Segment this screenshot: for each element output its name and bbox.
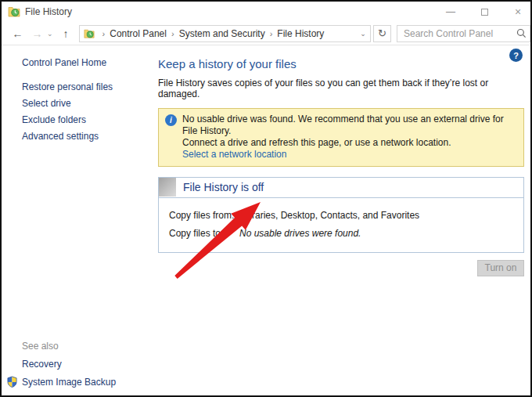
search-box	[397, 25, 530, 42]
maximize-button[interactable]	[478, 5, 491, 18]
copy-from-value: Libraries, Desktop, Contacts, and Favori…	[239, 210, 419, 221]
address-bar[interactable]: › Control Panel › System and Security › …	[79, 25, 372, 42]
main-content: ? Keep a history of your files File Hist…	[158, 45, 524, 395]
breadcrumb-control-panel[interactable]: Control Panel	[110, 28, 167, 39]
status-header: File History is off	[159, 178, 523, 198]
drive-placeholder-icon	[159, 178, 176, 197]
select-network-location-link[interactable]: Select a network location	[182, 149, 516, 161]
page-description: File History saves copies of your files …	[158, 78, 524, 99]
copy-to-label: Copy files to:	[169, 228, 239, 239]
sidebar: Control Panel Home Restore personal file…	[2, 45, 152, 395]
copy-to-value: No usable drives were found.	[239, 228, 361, 239]
file-history-status-box: File History is off Copy files from: Lib…	[158, 177, 524, 253]
uac-shield-icon	[6, 376, 18, 388]
copy-files-from-row: Copy files from: Libraries, Desktop, Con…	[169, 210, 523, 221]
breadcrumb-separator: ›	[102, 29, 106, 38]
banner-line2: Connect a drive and refresh this page, o…	[182, 137, 516, 149]
up-button[interactable]: ↑	[59, 27, 73, 40]
address-dropdown-icon[interactable]: ⌄	[356, 30, 370, 38]
sidebar-item-advanced-settings[interactable]: Advanced settings	[22, 132, 152, 141]
help-icon[interactable]: ?	[509, 49, 523, 62]
breadcrumb-separator: ›	[171, 29, 174, 38]
minimize-button[interactable]: —	[444, 5, 457, 18]
system-image-backup-label: System Image Backup	[22, 377, 116, 388]
maximize-icon	[481, 9, 488, 16]
back-button[interactable]: ←	[11, 27, 24, 40]
breadcrumb-separator: ›	[270, 29, 273, 38]
sidebar-item-system-image-backup[interactable]: System Image Backup	[6, 376, 152, 388]
history-dropdown-button[interactable]: ⌄	[45, 30, 54, 38]
navigation-bar: ← → ⌄ ↑ › Control Panel › System and Sec…	[2, 22, 530, 45]
sidebar-item-restore-personal-files[interactable]: Restore personal files	[22, 82, 152, 92]
file-history-window: File History — × ← → ⌄ ↑ › Control Panel…	[0, 0, 532, 397]
search-icon[interactable]	[512, 26, 530, 42]
turn-on-button[interactable]: Turn on	[477, 260, 524, 276]
file-history-icon-small	[84, 28, 95, 39]
info-icon: i	[165, 114, 177, 126]
copy-from-label: Copy files from:	[169, 210, 239, 221]
see-also-header: See also	[22, 341, 152, 352]
window-title: File History	[25, 6, 72, 17]
sidebar-item-recovery[interactable]: Recovery	[22, 359, 152, 370]
sidebar-item-select-drive[interactable]: Select drive	[22, 99, 152, 108]
banner-line1: No usable drive was found. We recommend …	[182, 114, 516, 137]
copy-files-to-row: Copy files to: No usable drives were fou…	[169, 228, 523, 239]
refresh-button[interactable]: ↻	[373, 25, 391, 42]
sidebar-item-exclude-folders[interactable]: Exclude folders	[22, 115, 152, 125]
file-history-icon	[8, 5, 20, 18]
breadcrumb-file-history[interactable]: File History	[277, 28, 324, 39]
close-button[interactable]: ×	[512, 5, 524, 18]
forward-button[interactable]: →	[31, 27, 44, 40]
warning-banner: i No usable drive was found. We recommen…	[158, 108, 524, 167]
sidebar-item-control-panel-home[interactable]: Control Panel Home	[22, 57, 152, 68]
title-bar: File History — ×	[2, 2, 530, 22]
page-title: Keep a history of your files	[158, 57, 524, 70]
search-input[interactable]	[397, 28, 512, 39]
breadcrumb-system-and-security[interactable]: System and Security	[179, 28, 265, 39]
